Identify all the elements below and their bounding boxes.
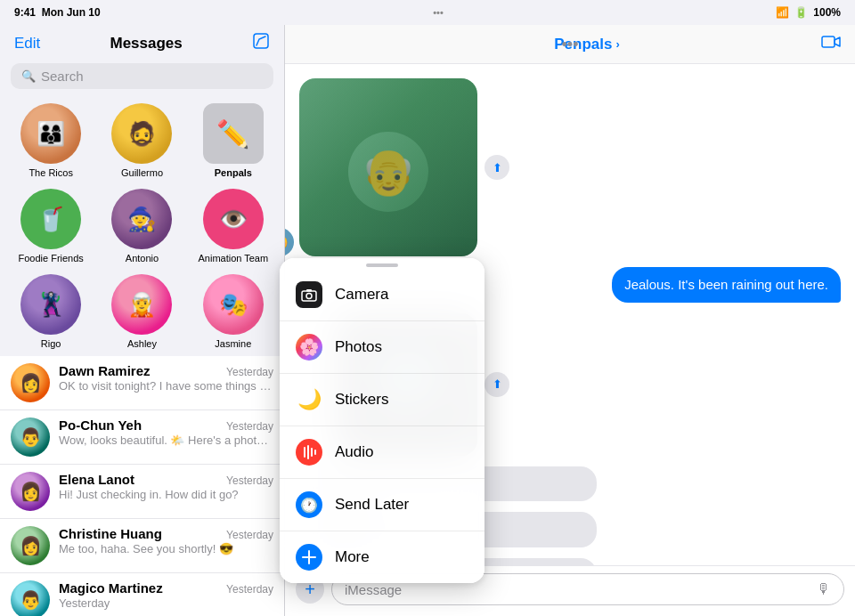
compose-button[interactable] [252,32,270,54]
status-dots: ••• [433,7,444,18]
avatar-item-rigo[interactable]: 🦹 Rigo [7,271,94,353]
conversation-list: 👩 Dawn Ramirez Yesterday OK to visit ton… [0,356,284,616]
photo-placeholder: 👴 [299,78,477,256]
avatar-foodie: 🥤 [20,189,81,249]
status-indicators: 📶 🔋 100% [776,6,841,19]
convo-time-poch: Yesterday [226,420,273,433]
avatar-item-foodie[interactable]: 🥤 Foodie Friends [7,185,94,267]
avatar-rigo: 🦹 [20,274,81,335]
video-call-button[interactable] [821,34,841,54]
svg-rect-5 [304,447,305,458]
svg-rect-7 [311,448,313,457]
battery-icon: 🔋 [794,6,808,19]
sidebar: Edit Messages 🔍 Search 👨‍👩‍👦 The Ricos 🧔… [0,25,285,616]
avatar-label-guillermo: Guillermo [121,167,163,178]
avatar-item-jasmine[interactable]: 🎭 Jasmine [190,271,277,353]
share-photo-button[interactable]: ⬆ [484,155,509,180]
popup-label-stickers: Stickers [335,391,388,409]
avatar-item-ashley[interactable]: 🧝 Ashley [98,271,185,353]
avatar-label-jasmine: Jasmine [215,338,251,349]
convo-time-elena: Yesterday [226,474,273,487]
convo-time-christine: Yesterday [226,529,273,541]
convo-item-elena[interactable]: 👩 Elena Lanot Yesterday Hi! Just checkin… [0,465,284,519]
convo-preview-christine: Me too, haha. See you shortly! 😎 [59,542,273,555]
avatar-grid: 👨‍👩‍👦 The Ricos 🧔 Guillermo ✏️ Penpals 🥤… [0,96,284,356]
convo-content-christine: Christine Huang Yesterday Me too, haha. … [59,526,273,555]
avatar-penpals: ✏️ [203,103,264,164]
avatar-item-penpals[interactable]: ✏️ Penpals [190,100,277,182]
stickers-icon: 🌙 [296,386,322,413]
video-icon [821,34,841,50]
avatar-label-penpals: Penpals [215,167,252,178]
popup-label-camera: Camera [335,286,388,304]
mic-button[interactable]: 🎙 [817,581,831,597]
convo-content-elena: Elena Lanot Yesterday Hi! Just checking … [59,472,273,501]
convo-name-poch: Po-Chun Yeh [59,417,142,433]
svg-rect-6 [307,445,309,459]
popup-item-stickers[interactable]: 🌙 Stickers [280,374,484,426]
popup-item-more[interactable]: More [280,531,484,583]
convo-avatar-magico: 👨 [11,580,50,616]
convo-preview-poch: Wow, looks beautiful. 🌤️ Here's a photo … [59,434,273,447]
convo-name-magico: Magico Martinez [59,580,163,596]
convo-item-magico[interactable]: 👨 Magico Martinez Yesterday Yesterday [0,573,284,616]
avatar-item-ricos[interactable]: 👨‍👩‍👦 The Ricos [7,100,94,182]
convo-name-dawn: Dawn Ramirez [59,363,151,378]
convo-avatar-elena: 👩 [11,472,50,511]
popup-item-send-later[interactable]: 🕐 Send Later [280,479,484,531]
msg-bubble-right-jealous: Jealous. It's been raining out here. [612,267,841,303]
sidebar-title: Messages [110,35,183,53]
avatar-label-foodie: Foodie Friends [18,253,83,263]
convo-preview-magico: Yesterday [59,596,273,610]
convo-item-dawn[interactable]: 👩 Dawn Ramirez Yesterday OK to visit ton… [0,356,284,410]
convo-time-magico: Yesterday [226,583,273,596]
avatar-ricos: 👨‍👩‍👦 [20,103,81,164]
chat-header: ••• Penpals › [285,25,855,64]
avatar-item-antonio[interactable]: 🧙 Antonio [98,185,185,267]
svg-rect-1 [822,36,835,47]
status-bar: 9:41 Mon Jun 10 ••• 📶 🔋 100% [0,0,855,25]
svg-rect-2 [302,291,316,301]
photos-icon: 🌸 [296,334,322,361]
compose-icon [252,32,270,50]
edit-button[interactable]: Edit [14,35,40,53]
avatar-label-antonio: Antonio [126,253,159,263]
convo-item-poch[interactable]: 👨 Po-Chun Yeh Yesterday Wow, looks beaut… [0,410,284,465]
msg-photo-left: 😊 👴 ⬆ [299,78,477,256]
convo-preview-elena: Hi! Just checking in. How did it go? [59,488,273,501]
popup-label-send-later: Send Later [335,496,409,514]
popup-item-audio[interactable]: Audio [280,426,484,479]
dots-button[interactable]: ••• [562,25,579,64]
sidebar-header: Edit Messages [0,25,284,58]
convo-time-dawn: Yesterday [226,366,273,378]
convo-content-dawn: Dawn Ramirez Yesterday OK to visit tonig… [59,363,273,393]
status-time: 9:41 Mon Jun 10 [14,6,101,19]
avatar-item-animation[interactable]: 👁️ Animation Team [190,185,277,267]
svg-rect-0 [254,34,268,48]
popup-item-photos[interactable]: 🌸 Photos [280,321,484,374]
convo-name-elena: Elena Lanot [59,472,134,487]
chevron-right-icon: › [615,37,619,51]
more-icon [296,544,322,571]
audio-icon [296,439,322,466]
search-placeholder: Search [41,69,84,84]
convo-content-magico: Magico Martinez Yesterday Yesterday [59,580,273,610]
convo-item-christine[interactable]: 👩 Christine Huang Yesterday Me too, haha… [0,519,284,573]
avatar-label-rigo: Rigo [41,338,61,349]
avatar-guillermo: 🧔 [111,103,172,164]
share-second-button[interactable]: ⬆ [484,372,509,397]
avatar-animation: 👁️ [203,189,264,249]
convo-avatar-dawn: 👩 [11,363,50,402]
camera-icon [296,281,322,308]
avatar-jasmine: 🎭 [203,274,264,335]
battery-percent: 100% [813,6,841,19]
avatar-antonio: 🧙 [111,189,172,249]
send-later-icon: 🕐 [296,491,322,518]
popup-label-audio: Audio [335,443,373,461]
search-bar[interactable]: 🔍 Search [11,63,273,89]
convo-content-poch: Po-Chun Yeh Yesterday Wow, looks beautif… [59,417,273,447]
avatar-label-ashley: Ashley [127,338,157,349]
convo-avatar-poch: 👨 [11,417,50,457]
popup-item-camera[interactable]: Camera [280,269,484,321]
avatar-item-guillermo[interactable]: 🧔 Guillermo [98,100,185,182]
